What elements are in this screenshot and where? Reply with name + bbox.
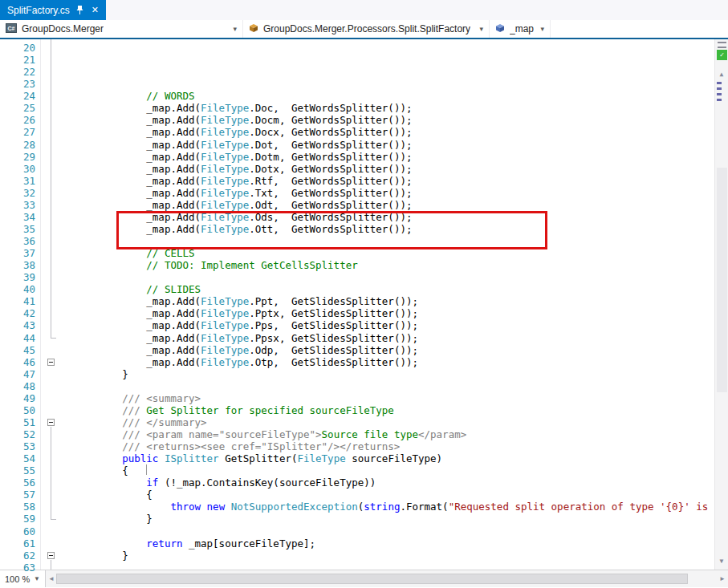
scroll-up-arrow[interactable]: ▲ [715,68,728,80]
code-line-42[interactable]: _map.Add(FileType.Odp, GetSlidesSplitter… [74,344,728,356]
code-line-40[interactable]: _map.Add(FileType.Pps, GetSlidesSplitter… [74,319,728,331]
code-line-55[interactable]: throw new NotSupportedException(string.F… [74,501,728,513]
tab-splitfactory[interactable]: SplitFactory.cs ✕ [0,0,106,20]
pin-icon[interactable] [76,5,83,15]
code-line-43[interactable]: _map.Add(FileType.Otp, GetSlidesSplitter… [74,356,728,368]
line-number: 35 [0,223,35,235]
member-dropdown[interactable]: _map ▾ [490,20,551,38]
code-line-56[interactable]: } [74,513,728,525]
code-line-36[interactable] [74,271,728,283]
code-line-47[interactable]: /// Get Splitter for specified sourceFil… [74,404,728,416]
fold-collapse-box-line-46[interactable] [47,359,55,366]
scrollbar-change-marks [715,82,728,104]
line-number: 20 [0,42,35,54]
outline-guide-line [51,427,51,519]
fold-collapse-box-line-62[interactable] [47,552,55,559]
type-dropdown[interactable]: GroupDocs.Merger.Processors.Split.SplitF… [243,20,490,38]
code-line-41[interactable]: _map.Add(FileType.Ppsx, GetSlidesSplitte… [74,332,728,344]
line-number: 47 [0,368,35,380]
hscrollbar-thumb[interactable] [56,574,688,584]
line-number: 51 [0,416,35,428]
code-line-29[interactable]: _map.Add(FileType.Txt, GetWordsSplitter(… [74,187,728,199]
line-number: 33 [0,199,35,211]
line-number: 34 [0,211,35,223]
line-number: 41 [0,295,35,307]
code-line-53[interactable]: if (!_map.ContainsKey(sourceFileType)) [74,476,728,489]
zoom-caret-icon: ▼ [34,575,40,582]
scroll-down-arrow[interactable]: ▼ [715,555,728,567]
split-editor-handle[interactable] [718,42,726,48]
vertical-scrollbar[interactable]: ✓ ▲ ▼ [714,39,728,570]
code-line-46[interactable]: /// <summary> [74,392,728,404]
code-line-22[interactable]: _map.Add(FileType.Doc, GetWordsSplitter(… [74,102,728,114]
code-line-23[interactable]: _map.Add(FileType.Docm, GetWordsSplitter… [74,114,728,126]
line-number: 63 [0,562,35,574]
code-line-20[interactable] [74,78,728,90]
line-number: 22 [0,66,35,78]
project-dropdown[interactable]: C# GroupDocs.Merger ▾ [0,20,243,38]
code-line-54[interactable]: { [74,489,728,501]
code-line-38[interactable]: _map.Add(FileType.Ppt, GetSlidesSplitter… [74,295,728,307]
line-number: 26 [0,114,35,126]
scroll-right-arrow[interactable]: ► [717,570,728,587]
code-column[interactable]: // WORDS _map.Add(FileType.Doc, GetWords… [74,39,728,570]
svg-text:C#: C# [8,26,15,31]
line-number: 60 [0,525,35,537]
tab-bar: SplitFactory.cs ✕ [0,0,728,20]
fold-collapse-box-line-51[interactable] [47,419,55,426]
line-number: 25 [0,102,35,114]
code-line-48[interactable]: /// </summary> [74,416,728,428]
code-line-28[interactable]: _map.Add(FileType.Rtf, GetWordsSplitter(… [74,175,728,187]
line-number: 39 [0,271,35,283]
code-line-45[interactable] [74,380,728,392]
code-line-24[interactable]: _map.Add(FileType.Docx, GetWordsSplitter… [74,126,728,138]
code-line-50[interactable]: /// <returns><see cref="ISplitter"/></re… [74,440,728,452]
code-line-26[interactable]: _map.Add(FileType.Dotm, GetWordsSplitter… [74,151,728,163]
code-line-21[interactable]: // WORDS [74,90,728,102]
code-line-37[interactable]: // SLIDES [74,283,728,295]
horizontal-scrollbar[interactable]: ◄ ► [46,570,728,587]
close-icon[interactable]: ✕ [90,5,100,15]
block-structure-guide [146,464,147,475]
line-number: 44 [0,332,35,344]
line-number: 53 [0,440,35,452]
field-icon [495,23,505,35]
code-line-59[interactable]: } [74,549,728,562]
code-line-52[interactable]: { [74,464,728,476]
zoom-value: 100 % [5,574,30,584]
line-number: 40 [0,283,35,295]
line-number: 38 [0,259,35,271]
line-number: 32 [0,187,35,199]
outline-guide-tick [51,519,56,520]
code-line-58[interactable]: return _map[sourceFileType]; [74,537,728,549]
line-number: 49 [0,392,35,404]
line-number: 54 [0,452,35,464]
line-number: 59 [0,513,35,525]
code-line-39[interactable]: _map.Add(FileType.Pptx, GetSlidesSplitte… [74,307,728,319]
code-line-35[interactable]: // TODO: Implement GetCellsSplitter [74,259,728,271]
line-number: 24 [0,90,35,102]
code-line-51[interactable]: public ISplitter GetSplitter(FileType so… [74,452,728,464]
line-number: 29 [0,151,35,163]
line-number: 58 [0,501,35,513]
scroll-left-arrow[interactable]: ◄ [46,570,57,587]
code-line-49[interactable]: /// <param name="sourceFileType">Source … [74,428,728,440]
code-line-27[interactable]: _map.Add(FileType.Dotx, GetWordsSplitter… [74,163,728,175]
vscrollbar-thumb[interactable] [717,168,727,392]
navigation-bar: C# GroupDocs.Merger ▾ GroupDocs.Merger.P… [0,20,728,39]
line-number: 61 [0,537,35,549]
code-editor[interactable]: 2021222324252627282930313233343536373839… [0,39,728,570]
code-line-44[interactable]: } [74,368,728,380]
code-line-60[interactable] [74,562,728,570]
line-number-column: 2021222324252627282930313233343536373839… [0,39,40,570]
line-number: 62 [0,549,35,562]
code-line-30[interactable]: _map.Add(FileType.Odt, GetWordsSplitter(… [74,199,728,211]
change-mark [717,87,722,90]
line-number: 45 [0,344,35,356]
csharp-project-icon: C# [6,22,17,36]
todo-highlight-annotation [116,211,547,249]
code-line-57[interactable] [74,525,728,537]
code-line-25[interactable]: _map.Add(FileType.Dot, GetWordsSplitter(… [74,139,728,151]
bottom-bar: 100 % ▼ ◄ ► [0,570,728,587]
change-mark [717,99,722,101]
